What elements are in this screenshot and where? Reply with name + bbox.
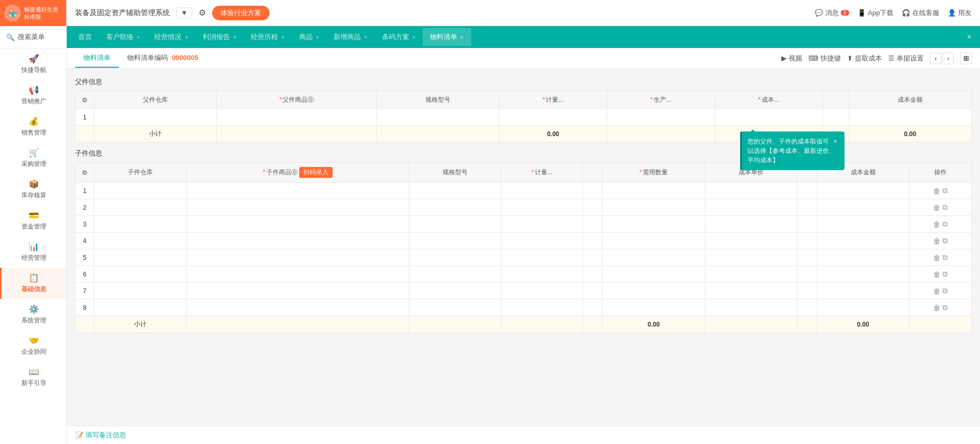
child-row-unit-cost[interactable] (705, 299, 797, 316)
child-row-qty[interactable] (603, 233, 705, 249)
tab-new-products[interactable]: 新增商品 × (326, 28, 374, 46)
child-row-spec[interactable] (409, 266, 501, 283)
child-row-product[interactable] (187, 183, 409, 199)
single-settings-button[interactable]: ☰ 单据设置 (888, 54, 924, 63)
gear-icon[interactable]: ⚙ (199, 8, 206, 18)
delete-icon[interactable]: 🗑 (933, 187, 940, 195)
tab-barcode-close[interactable]: × (412, 34, 415, 40)
tab-bom-close[interactable]: × (460, 34, 463, 40)
child-row-qty[interactable] (603, 299, 705, 316)
try-button[interactable]: 体验行业方案 (212, 6, 270, 20)
tab-products[interactable]: 商品 × (292, 28, 326, 46)
child-row-unit[interactable] (501, 216, 583, 233)
sidebar-item-sales[interactable]: 💰 销售管理 (0, 111, 66, 142)
view-video-button[interactable]: ▶ 视频 (781, 54, 802, 63)
sidebar-item-basic-info[interactable]: 📋 基础信息 (0, 268, 66, 299)
child-row-unit-cost[interactable] (705, 199, 797, 216)
child-row-product[interactable] (187, 283, 409, 299)
child-row-unit[interactable] (501, 266, 583, 283)
sidebar-item-finance[interactable]: 💳 资金管理 (0, 205, 66, 236)
child-row-qty[interactable] (603, 216, 705, 233)
child-row-spec[interactable] (409, 216, 501, 233)
copy-icon[interactable]: ⧉ (942, 220, 948, 229)
tab-barcode[interactable]: 条码方案 × (375, 28, 423, 46)
copy-icon[interactable]: ⧉ (942, 186, 948, 195)
tab-home[interactable]: 首页 (71, 28, 99, 46)
sidebar-item-system[interactable]: ⚙️ 系统管理 (0, 299, 66, 330)
tab-customer[interactable]: 客户联络 × (99, 28, 147, 46)
prev-record-button[interactable]: ‹ (930, 53, 941, 64)
sidebar-item-quick-nav[interactable]: 🚀 快捷导航 (0, 49, 66, 80)
sidebar-item-guide[interactable]: 📖 新手引导 (0, 362, 66, 393)
tab-products-close[interactable]: × (316, 34, 319, 40)
child-row-qty[interactable] (603, 266, 705, 283)
child-row-product[interactable] (187, 233, 409, 249)
child-row-warehouse[interactable] (94, 249, 187, 266)
parent-row1-product[interactable] (217, 109, 377, 126)
tab-operation-status-close[interactable]: × (185, 34, 188, 40)
online-service-button[interactable]: 🎧 在线客服 (902, 8, 939, 18)
nav-close-all-button[interactable]: × (963, 32, 976, 42)
add-note-button[interactable]: 📝 填写备注信息 (75, 430, 126, 440)
child-row-unit-cost[interactable] (705, 183, 797, 199)
delete-icon[interactable]: 🗑 (933, 287, 940, 295)
sidebar-item-enterprise[interactable]: 🤝 企业协同 (0, 330, 66, 362)
copy-icon[interactable]: ⧉ (942, 270, 948, 279)
tab-customer-close[interactable]: × (137, 34, 140, 40)
child-row-unit[interactable] (501, 199, 583, 216)
child-row-spec[interactable] (409, 183, 501, 199)
child-row-qty[interactable] (603, 249, 705, 266)
child-row-product[interactable] (187, 299, 409, 316)
child-row-warehouse[interactable] (94, 199, 187, 216)
child-row-unit[interactable] (501, 283, 583, 299)
shortcuts-button[interactable]: ⌨ 快捷键 (808, 54, 841, 63)
copy-icon[interactable]: ⧉ (942, 303, 948, 312)
child-col-settings[interactable]: ⚙ (76, 163, 94, 183)
delete-icon[interactable]: 🗑 (933, 304, 940, 312)
sidebar-item-marketing[interactable]: 📢 营销推广 (0, 80, 66, 111)
tab-operation-status[interactable]: 经营情况 × (147, 28, 195, 46)
search-menu-button[interactable]: 🔍 搜索菜单 (4, 30, 62, 44)
child-row-warehouse[interactable] (94, 266, 187, 283)
child-row-warehouse[interactable] (94, 233, 187, 249)
child-row-product[interactable] (187, 249, 409, 266)
parent-row1-unit[interactable] (499, 109, 607, 126)
copy-icon[interactable]: ⧉ (942, 253, 948, 262)
parent-row1-production[interactable] (607, 109, 715, 126)
user-button[interactable]: 👤 用友 (948, 8, 972, 18)
parent-col-settings[interactable]: ⚙ (76, 91, 94, 109)
tab-bom[interactable]: 物料清单 × (423, 28, 471, 46)
system-dropdown-button[interactable]: ▼ (176, 7, 192, 18)
child-row-spec[interactable] (409, 249, 501, 266)
child-row-warehouse[interactable] (94, 299, 187, 316)
delete-icon[interactable]: 🗑 (933, 270, 940, 279)
child-row-unit-cost[interactable] (705, 266, 797, 283)
child-row-unit-cost[interactable] (705, 216, 797, 233)
child-row-warehouse[interactable] (94, 283, 187, 299)
sidebar-item-operation[interactable]: 📊 经营管理 (0, 236, 66, 268)
message-button[interactable]: 💬 消息 6 (815, 8, 849, 18)
child-row-product[interactable] (187, 266, 409, 283)
delete-icon[interactable]: 🗑 (933, 220, 940, 229)
child-row-qty[interactable] (603, 283, 705, 299)
child-row-product[interactable] (187, 216, 409, 233)
child-row-unit[interactable] (501, 249, 583, 266)
child-row-warehouse[interactable] (94, 216, 187, 233)
child-row-spec[interactable] (409, 199, 501, 216)
child-row-unit[interactable] (501, 233, 583, 249)
sidebar-item-purchase[interactable]: 🛒 采购管理 (0, 142, 66, 174)
tab-profit-report[interactable]: 利润报告 × (195, 28, 243, 46)
sidebar-item-inventory[interactable]: 📦 库存核算 (0, 174, 66, 205)
sub-tab-bom-list[interactable]: 物料清单 (75, 49, 119, 68)
parent-row1-warehouse[interactable] (94, 109, 217, 126)
child-row-unit-cost[interactable] (705, 249, 797, 266)
parent-row1-spec[interactable] (377, 109, 499, 126)
copy-icon[interactable]: ⧉ (942, 236, 948, 245)
sub-tab-bom-code[interactable]: 物料清单编码 0000005 (119, 49, 206, 68)
child-row-spec[interactable] (409, 233, 501, 249)
child-row-unit[interactable] (501, 183, 583, 199)
child-row-spec[interactable] (409, 283, 501, 299)
copy-icon[interactable]: ⧉ (942, 286, 948, 295)
child-row-unit-cost[interactable] (705, 233, 797, 249)
extract-cost-button[interactable]: ⬆ 提取成本 (847, 54, 882, 63)
